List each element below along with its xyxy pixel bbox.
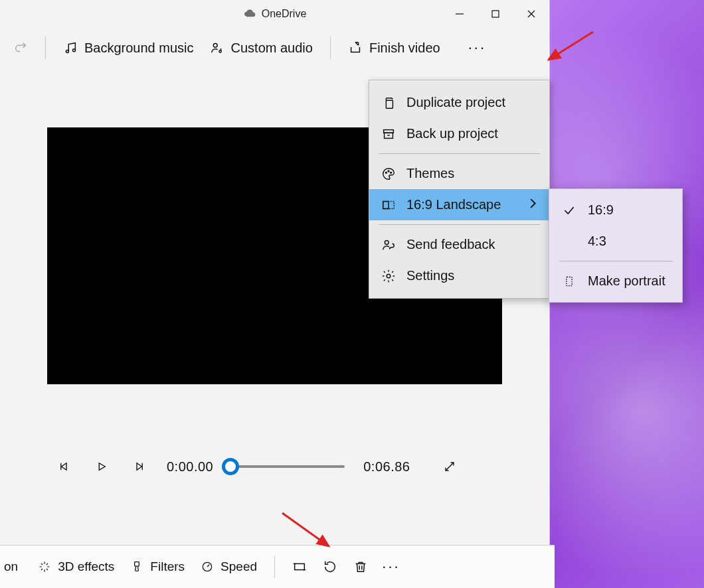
menu-item-label: Send feedback — [406, 237, 495, 252]
music-icon — [63, 40, 78, 55]
check-icon — [561, 204, 577, 217]
submenu-make-portrait[interactable]: Make portrait — [549, 265, 682, 297]
palette-icon — [381, 167, 396, 181]
filters-button[interactable]: Filters — [122, 555, 193, 578]
brush-icon — [130, 560, 143, 573]
svg-point-26 — [391, 172, 392, 173]
rotate-button[interactable] — [315, 551, 345, 582]
maximize-button[interactable] — [478, 0, 513, 28]
submenu-item-label: Make portrait — [588, 273, 665, 289]
sparkle-icon — [38, 560, 51, 573]
svg-rect-20 — [386, 100, 393, 108]
annotation-arrow-bottom — [277, 508, 337, 554]
menu-duplicate-project[interactable]: Duplicate project — [369, 87, 549, 118]
menu-aspect-ratio[interactable]: 16:9 Landscape — [369, 189, 549, 220]
window-title: OneDrive — [262, 8, 307, 20]
speed-button[interactable]: Speed — [193, 555, 265, 578]
menu-item-label: Themes — [406, 166, 454, 181]
custom-audio-label: Custom audio — [231, 40, 313, 56]
custom-audio-button[interactable]: Custom audio — [202, 37, 321, 60]
svg-line-33 — [282, 513, 329, 546]
portrait-icon — [561, 275, 577, 288]
current-time: 0:00.00 — [167, 459, 213, 475]
separator — [330, 37, 331, 59]
aspect-ratio-icon — [381, 198, 396, 212]
menu-themes[interactable]: Themes — [369, 158, 549, 189]
more-icon: ··· — [468, 39, 486, 56]
menu-settings[interactable]: Settings — [369, 260, 549, 291]
menu-item-label: Duplicate project — [406, 95, 505, 110]
close-button[interactable] — [513, 0, 549, 28]
more-options-menu: Duplicate project Back up project Themes… — [369, 80, 550, 299]
more-icon: ··· — [382, 558, 400, 575]
svg-rect-13 — [135, 562, 139, 567]
onedrive-icon — [243, 7, 256, 21]
delete-button[interactable] — [345, 551, 376, 582]
speedometer-icon — [201, 560, 214, 573]
menu-item-label: 16:9 Landscape — [406, 197, 501, 212]
svg-line-32 — [549, 32, 593, 60]
gear-icon — [381, 269, 396, 283]
feedback-icon — [381, 238, 396, 252]
svg-point-29 — [385, 240, 389, 244]
window-controls — [442, 0, 549, 28]
svg-marker-10 — [99, 463, 105, 471]
redo-button[interactable] — [5, 37, 36, 59]
duplicate-icon — [381, 96, 396, 110]
menu-backup-project[interactable]: Back up project — [369, 118, 549, 149]
toolbar: Background music Custom audio Finish vid… — [0, 28, 549, 68]
svg-marker-11 — [137, 463, 142, 471]
submenu-4-3[interactable]: 4:3 — [549, 226, 682, 257]
window-caption: OneDrive — [243, 7, 307, 21]
3d-effects-label: 3D effects — [58, 559, 114, 574]
submenu-item-label: 4:3 — [588, 234, 606, 249]
svg-rect-1 — [492, 11, 499, 17]
svg-point-30 — [387, 274, 391, 278]
svg-rect-28 — [383, 201, 389, 208]
aspect-ratio-submenu: 16:9 4:3 Make portrait — [549, 188, 683, 303]
finish-video-button[interactable]: Finish video — [340, 37, 448, 60]
svg-point-25 — [388, 170, 389, 171]
menu-send-feedback[interactable]: Send feedback — [369, 229, 549, 260]
more-options-button[interactable]: ··· — [460, 35, 494, 60]
menu-separator — [379, 224, 540, 225]
svg-point-4 — [66, 50, 68, 52]
archive-icon — [381, 127, 396, 141]
svg-marker-8 — [62, 463, 67, 471]
filters-label: Filters — [150, 559, 185, 574]
svg-point-5 — [72, 49, 75, 52]
submenu-item-label: 16:9 — [588, 202, 614, 218]
more-bottom-button[interactable]: ··· — [376, 551, 406, 582]
minimize-button[interactable] — [442, 0, 478, 28]
submenu-16-9[interactable]: 16:9 — [549, 194, 682, 226]
total-time: 0:06.86 — [363, 459, 410, 475]
finish-video-label: Finish video — [369, 40, 440, 56]
prev-frame-button[interactable] — [55, 457, 74, 476]
fullscreen-button[interactable] — [440, 457, 459, 476]
svg-point-7 — [219, 50, 220, 52]
truncated-label: on — [3, 559, 18, 574]
crop-button[interactable] — [284, 551, 315, 582]
speed-label: Speed — [220, 559, 257, 574]
titlebar: OneDrive — [0, 0, 549, 28]
separator — [45, 37, 46, 59]
background-music-button[interactable]: Background music — [55, 37, 202, 60]
seek-thumb[interactable] — [222, 458, 239, 475]
play-button[interactable] — [92, 457, 111, 476]
svg-point-6 — [213, 43, 217, 47]
next-frame-button[interactable] — [130, 457, 148, 476]
menu-separator — [379, 153, 540, 154]
background-music-label: Background music — [84, 40, 194, 56]
svg-point-24 — [385, 172, 387, 173]
seek-slider[interactable] — [232, 465, 345, 468]
submenu-separator — [559, 261, 673, 261]
3d-effects-button[interactable]: 3D effects — [30, 555, 122, 578]
menu-item-label: Back up project — [406, 126, 498, 141]
share-icon — [348, 40, 363, 55]
audio-person-icon — [210, 40, 224, 55]
chevron-right-icon — [525, 196, 540, 214]
menu-item-label: Settings — [406, 268, 454, 283]
svg-rect-15 — [295, 563, 305, 569]
svg-rect-31 — [567, 277, 572, 285]
redo-icon — [13, 40, 28, 55]
